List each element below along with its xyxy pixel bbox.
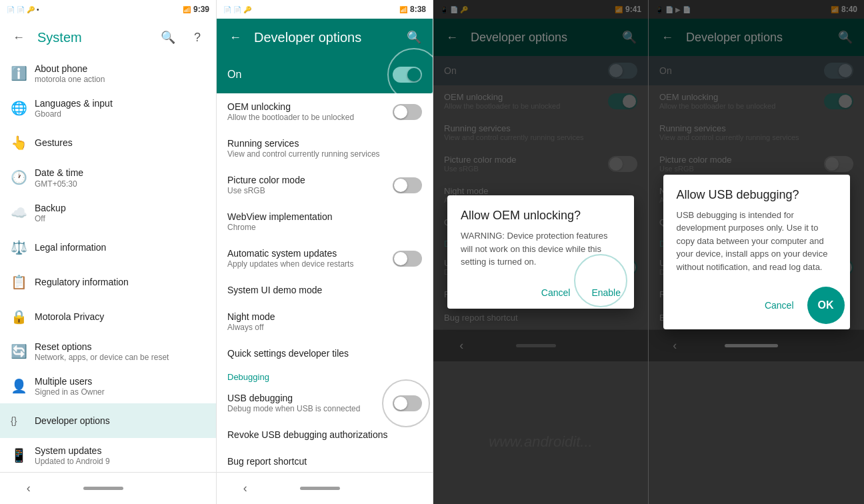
ui-demo-label: System UI demo mode [227,285,422,295]
back-icon-2[interactable]: ← [225,27,246,48]
updates-label: System updates [35,445,205,457]
oem-enable-button[interactable]: Enable [583,282,629,303]
sidebar-item-system-updates[interactable]: 📱 System updates Updated to Android 9 [0,438,216,472]
back-nav-btn-2[interactable]: ‹ [243,481,247,495]
auto-updates-toggle[interactable] [393,251,422,267]
oem-cancel-button[interactable]: Cancel [533,282,579,303]
help-icon[interactable]: ? [187,27,208,48]
usb-debug-desc: Debug mode when USB is connected [227,404,393,413]
picture-desc: Use sRGB [227,186,393,195]
sidebar-item-reset[interactable]: 🔄 Reset options Network, apps, or device… [0,334,216,369]
search-icon-2[interactable]: 🔍 [403,27,425,48]
oem-dialog-overlay: Allow OEM unlocking? WARNING: Device pro… [433,0,648,504]
usb-dialog-actions: Cancel OK [663,284,850,329]
gestures-label: Gestures [35,137,205,149]
oem-dialog-body: WARNING: Device protection features will… [447,229,634,279]
reset-label: Reset options [35,341,205,353]
clock-icon: 🕐 [11,169,35,185]
reset-sub: Network, apps, or device can be reset [35,353,205,362]
debugging-header: Debugging [217,367,433,385]
night-mode-desc: Always off [227,323,422,332]
gesture-icon: 👆 [11,135,35,151]
toolbar-1: ← System 🔍 ? [0,19,216,56]
usb-debug-label: USB debugging [227,393,393,403]
backup-sub: Off [35,214,205,223]
sidebar-list: ℹ️ About phone motorola one action 🌐 Lan… [0,56,216,472]
sidebar-item-developer[interactable]: {} Developer options [0,403,216,438]
privacy-label: Motorola Privacy [35,311,205,323]
oem-dialog-actions: Cancel Enable [447,279,634,309]
oem-dialog-title: Allow OEM unlocking? [447,195,634,229]
search-icon[interactable]: 🔍 [157,27,179,48]
usb-dialog-overlay: Allow USB debugging? USB debugging is in… [649,0,864,504]
back-nav-btn[interactable]: ‹ [27,481,31,495]
backup-icon: ☁️ [11,205,35,221]
usb-debug-toggle[interactable] [393,395,422,411]
panel-system-settings: 📄📄🔑• 📶 9:39 ← System 🔍 ? ℹ️ About phone … [0,0,217,504]
usb-dialog-body: USB debugging is intended for developmen… [663,209,850,285]
sidebar-item-users[interactable]: 👤 Multiple users Signed in as Owner [0,369,216,403]
developer-icon: {} [11,415,35,426]
back-icon[interactable]: ← [8,27,29,48]
picture-label: Picture color mode [227,175,393,185]
picture-toggle[interactable] [393,177,422,193]
setting-quick-tiles[interactable]: Quick settings developer tiles [217,340,433,367]
about-sub: motorola one action [35,75,205,84]
toolbar-2: ← Developer options 🔍 [217,19,433,56]
sidebar-item-privacy[interactable]: 🔒 Motorola Privacy [0,299,216,334]
status-icons-left: 📄📄🔑• [7,6,39,13]
time-1: 9:39 [193,5,209,14]
legal-label: Legal information [35,241,205,253]
bottom-nav-1: ‹ [0,472,216,504]
backup-label: Backup [35,202,205,214]
usb-cancel-button[interactable]: Cancel [757,295,802,316]
webview-desc: Chrome [227,223,422,232]
privacy-icon: 🔒 [11,309,35,325]
usb-dialog-title: Allow USB debugging? [663,175,850,209]
status-icons-2-right: 📶 8:38 [399,5,426,14]
setting-picture-color[interactable]: Picture color mode Use sRGB [217,167,433,203]
status-bar-2: 📄📄🔑 📶 8:38 [217,0,433,19]
datetime-sub: GMT+05:30 [35,179,205,189]
usb-ok-button[interactable]: OK [807,287,845,324]
on-toggle[interactable] [393,67,422,83]
regulatory-label: Regulatory information [35,276,205,288]
users-icon: 👤 [11,378,35,394]
developer-label: Developer options [35,415,205,427]
status-bar-1: 📄📄🔑• 📶 9:39 [0,0,216,19]
home-nav-bar[interactable] [83,487,123,490]
running-label: Running services [227,138,422,149]
bottom-nav-2: ‹ [217,472,433,504]
page-title-1: System [37,30,149,45]
setting-auto-updates[interactable]: Automatic system updates Apply updates w… [217,240,433,277]
setting-oem-unlock[interactable]: OEM unlocking Allow the bootloader to be… [217,93,433,130]
regulatory-icon: 📋 [11,274,35,290]
sidebar-item-backup[interactable]: ☁️ Backup Off [0,195,216,230]
setting-usb-debug[interactable]: USB debugging Debug mode when USB is con… [217,385,433,421]
oem-desc: Allow the bootloader to be unlocked [227,113,393,122]
setting-bug-report[interactable]: Bug report shortcut [217,448,433,472]
setting-ui-demo[interactable]: System UI demo mode [217,277,433,303]
sidebar-item-gestures[interactable]: 👆 Gestures [0,125,216,160]
setting-night-mode[interactable]: Night mode Always off [217,303,433,340]
panel-developer-options: 📄📄🔑 📶 8:38 ← Developer options 🔍 On OEM … [217,0,433,504]
sidebar-item-datetime[interactable]: 🕐 Date & time GMT+05:30 [0,160,216,195]
sidebar-item-regulatory[interactable]: 📋 Regulatory information [0,265,216,299]
sidebar-item-language[interactable]: 🌐 Languages & input Gboard [0,91,216,125]
setting-revoke-usb[interactable]: Revoke USB debugging authorizations [217,421,433,448]
auto-updates-desc: Apply updates when device restarts [227,259,393,269]
setting-running-services[interactable]: Running services View and control curren… [217,130,433,167]
time-2: 8:38 [410,5,426,14]
running-desc: View and control currently running servi… [227,149,422,159]
reset-icon: 🔄 [11,343,35,359]
oem-toggle[interactable] [393,104,422,120]
sidebar-item-about[interactable]: ℹ️ About phone motorola one action [0,56,216,91]
page-title-2: Developer options [254,30,395,45]
oem-dialog: Allow OEM unlocking? WARNING: Device pro… [447,195,634,309]
auto-updates-label: Automatic system updates [227,248,393,259]
home-nav-bar-2[interactable] [300,487,340,490]
sidebar-item-legal[interactable]: ⚖️ Legal information [0,230,216,265]
setting-webview[interactable]: WebView implementation Chrome [217,203,433,240]
bug-report-label: Bug report shortcut [227,456,422,467]
system-icon: 📱 [11,447,35,463]
